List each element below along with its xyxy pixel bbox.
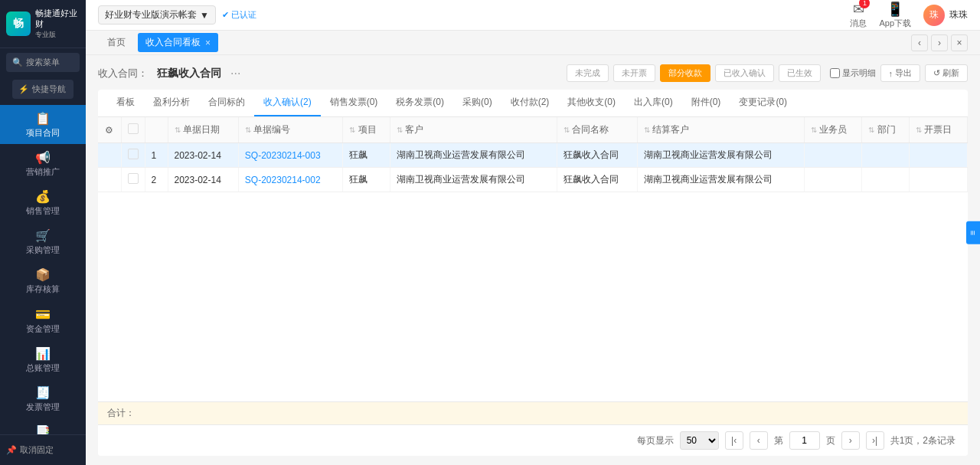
quick-nav-container: ⚡ 快捷导航	[0, 77, 86, 102]
sidebar-item-1[interactable]: 📢营销推广	[0, 144, 86, 183]
user-menu[interactable]: 珠 珠珠	[923, 5, 968, 26]
table-row[interactable]: 2 2023-02-14 SQ-20230214-002 狂飙 湖南卫视商业运营…	[98, 168, 968, 192]
panel-tab-4[interactable]: 销售发票(0)	[321, 90, 387, 116]
active-tab[interactable]: 收入合同看板 ×	[138, 33, 218, 52]
customer-col-header[interactable]: ⇅ 客户	[390, 117, 557, 143]
sidebar-label-0: 项目合同	[26, 128, 60, 138]
main-panel: 看板盈利分析合同标的收入确认(2)销售发票(0)税务发票(0)采购(0)收付款(…	[98, 90, 968, 456]
sidebar-icon-1: 📢	[35, 150, 51, 165]
per-page-select[interactable]: 50 100 200	[680, 431, 719, 450]
panel-tab-6[interactable]: 采购(0)	[453, 90, 501, 116]
project-cell: 狂飙	[343, 143, 390, 168]
panel-tab-0[interactable]: 看板	[107, 90, 144, 116]
detail-checkbox[interactable]	[830, 68, 840, 78]
panel-tab-11[interactable]: 变更记录(0)	[730, 90, 796, 116]
check-cell[interactable]	[121, 168, 145, 192]
home-tab[interactable]: 首页	[98, 33, 135, 52]
table-container[interactable]: ⚙ ⇅ 单据日期 ⇅ 单据编号 ⇅ 项目 ⇅ 客户 ⇅ 合同名称 ⇅ 结算客户 …	[98, 117, 968, 401]
panel-tab-8[interactable]: 其他收支(0)	[558, 90, 625, 116]
message-button[interactable]: ✉ 1 消息	[850, 1, 867, 29]
tab-close-button[interactable]: ×	[205, 38, 211, 48]
number-col-header[interactable]: ⇅ 单据编号	[238, 117, 342, 143]
sidebar-item-4[interactable]: 📦库存核算	[0, 261, 86, 300]
status-btn-3[interactable]: 已收入确认	[715, 64, 774, 82]
quick-nav-button[interactable]: ⚡ 快捷导航	[12, 80, 74, 99]
date-col-header[interactable]: ⇅ 单据日期	[168, 117, 238, 143]
panel-tabs: 看板盈利分析合同标的收入确认(2)销售发票(0)税务发票(0)采购(0)收付款(…	[98, 90, 968, 117]
pin-button[interactable]: 📌 取消固定	[0, 440, 86, 460]
open-date-col-header[interactable]: ⇅ 开票日	[910, 117, 968, 143]
sidebar-item-5[interactable]: 💳资金管理	[0, 301, 86, 340]
sidebar-icon-6: 📊	[35, 346, 51, 361]
last-page-button[interactable]: ›|	[866, 431, 884, 450]
panel-tab-1[interactable]: 盈利分析	[144, 90, 199, 116]
search-menu-button[interactable]: 🔍 搜索菜单	[6, 53, 80, 72]
salesperson-cell	[804, 168, 862, 192]
data-table: ⚙ ⇅ 单据日期 ⇅ 单据编号 ⇅ 项目 ⇅ 客户 ⇅ 合同名称 ⇅ 结算客户 …	[98, 117, 968, 192]
nav-icon: ⚡	[18, 84, 29, 94]
pin-icon: 📌	[6, 445, 17, 455]
check-cell[interactable]	[121, 143, 145, 168]
number-cell[interactable]: SQ-20230214-002	[238, 168, 342, 192]
number-cell[interactable]: SQ-20230214-003	[238, 143, 342, 168]
refresh-button[interactable]: ↺ 刷新	[925, 64, 968, 82]
number-link-1[interactable]: SQ-20230214-002	[245, 175, 321, 185]
more-button[interactable]: ···	[230, 67, 240, 80]
prev-page-button[interactable]: ‹	[750, 431, 768, 450]
verified-badge: ✔ 已认证	[222, 9, 256, 21]
next-page-button[interactable]: ›	[841, 431, 860, 450]
sidebar-icon-2: 💰	[35, 189, 51, 204]
panel-tab-7[interactable]: 收付款(2)	[501, 90, 559, 116]
panel-tab-9[interactable]: 出入库(0)	[625, 90, 682, 116]
sidebar-nav: 📋项目合同📢营销推广💰销售管理🛒采购管理📦库存核算💳资金管理📊总账管理🧾发票管理…	[0, 102, 86, 434]
contract-name-cell: 狂飙收入合同	[557, 168, 637, 192]
page-input[interactable]	[789, 431, 820, 450]
sidebar-item-7[interactable]: 🧾发票管理	[0, 379, 86, 418]
sidebar-bottom: 📌 取消固定	[0, 434, 86, 465]
next-tab-button[interactable]: ›	[931, 34, 948, 51]
status-btn-0[interactable]: 未完成	[567, 64, 609, 82]
sidebar-icon-5: 💳	[35, 307, 51, 322]
salesperson-col-header[interactable]: ⇅ 业务员	[804, 117, 862, 143]
row-checkbox-0[interactable]	[128, 149, 139, 159]
row-checkbox-1[interactable]	[128, 173, 139, 184]
sidebar-item-3[interactable]: 🛒采购管理	[0, 222, 86, 261]
settings-col-header[interactable]: ⚙	[98, 117, 121, 143]
header-actions: 显示明细 ↑ 导出 ↺ 刷新	[830, 64, 969, 82]
sidebar-item-6[interactable]: 📊总账管理	[0, 340, 86, 379]
panel-tab-5[interactable]: 税务发票(0)	[387, 90, 453, 116]
sidebar-item-8[interactable]: 📑税务管理	[0, 418, 86, 434]
sidebar-item-2[interactable]: 💰销售管理	[0, 183, 86, 222]
table-row[interactable]: 1 2023-02-14 SQ-20230214-003 狂飙 湖南卫视商业运营…	[98, 143, 968, 168]
right-panel-button[interactable]: ≡	[966, 221, 980, 244]
first-page-button[interactable]: |‹	[725, 431, 743, 450]
settlement-customer-col-header[interactable]: ⇅ 结算客户	[637, 117, 804, 143]
project-col-header[interactable]: ⇅ 项目	[343, 117, 390, 143]
number-link-0[interactable]: SQ-20230214-003	[245, 150, 321, 161]
tab-navigation: ‹ › ×	[911, 34, 968, 51]
status-btn-4[interactable]: 已生效	[779, 64, 821, 82]
export-button[interactable]: ↑ 导出	[880, 64, 921, 82]
app-download-button[interactable]: 📱 App下载	[879, 1, 911, 29]
company-name: 好业财专业版演示帐套	[105, 8, 197, 21]
prev-tab-button[interactable]: ‹	[911, 34, 928, 51]
status-buttons: 未完成未开票部分收款已收入确认已生效	[567, 64, 821, 82]
status-btn-1[interactable]: 未开票	[613, 64, 655, 82]
contract-name-cell: 狂飙收入合同	[557, 143, 637, 168]
select-all-checkbox[interactable]	[128, 123, 139, 134]
summary-row: 合计：	[98, 401, 968, 424]
contract-name-col-header[interactable]: ⇅ 合同名称	[557, 117, 637, 143]
panel-tab-3[interactable]: 收入确认(2)	[254, 90, 321, 116]
check-col-header[interactable]	[121, 117, 145, 143]
panel-tab-10[interactable]: 附件(0)	[682, 90, 730, 116]
settings-cell	[98, 168, 121, 192]
panel-tab-2[interactable]: 合同标的	[199, 90, 254, 116]
status-btn-2[interactable]: 部分收款	[660, 64, 710, 82]
company-selector[interactable]: 好业财专业版演示帐套 ▼	[98, 5, 216, 25]
close-tab-button[interactable]: ×	[951, 34, 968, 51]
sidebar-item-0[interactable]: 📋项目合同	[0, 105, 86, 144]
app-logo: 畅 畅捷通好业财 专业版	[0, 0, 86, 48]
topbar-left: 好业财专业版演示帐套 ▼ ✔ 已认证	[98, 5, 256, 25]
department-col-header[interactable]: ⇅ 部门	[862, 117, 910, 143]
display-detail-toggle[interactable]: 显示明细	[830, 64, 876, 82]
